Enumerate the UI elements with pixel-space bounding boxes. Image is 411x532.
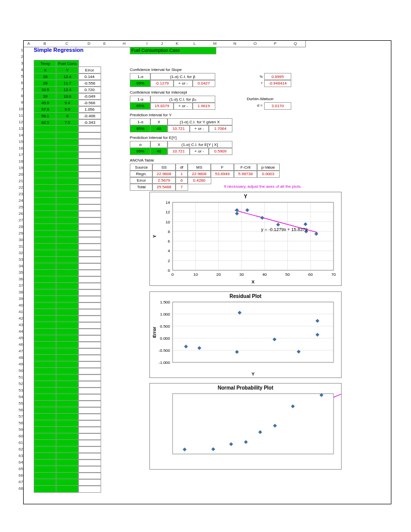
row-hdr-53[interactable]: 53	[13, 387, 24, 394]
empty-cell[interactable]	[78, 485, 101, 493]
svg-text:50: 50	[285, 272, 290, 277]
row-hdr-16[interactable]: 16	[13, 145, 24, 151]
row-hdr-42[interactable]: 42	[13, 315, 24, 322]
svg-text:-1.000: -1.000	[158, 360, 170, 365]
anova-1-3: 0.4280	[187, 177, 211, 184]
row-hdr-63[interactable]: 63	[13, 452, 24, 459]
col-hdr-N[interactable]: N	[225, 41, 245, 47]
svg-line-56	[334, 384, 341, 397]
row-hdr-49[interactable]: 49	[13, 361, 24, 367]
ci-slope-v1[interactable]: 95%	[130, 80, 151, 87]
row-hdr-45[interactable]: 45	[13, 335, 24, 341]
row-hdr-44[interactable]: 44	[13, 328, 24, 335]
row-hdr-3[interactable]: 3	[13, 60, 24, 66]
row-hdr-12[interactable]: 12	[13, 119, 24, 125]
row-hdr-22[interactable]: 22	[13, 184, 24, 191]
row-hdr-27[interactable]: 27	[13, 217, 24, 223]
row-hdr-9[interactable]: 9	[13, 99, 24, 106]
row-hdr-13[interactable]: 13	[13, 125, 24, 132]
row-hdr-31[interactable]: 31	[13, 243, 24, 250]
row-hdr-51[interactable]: 51	[13, 374, 24, 381]
row-hdr-38[interactable]: 38	[13, 289, 24, 295]
row-hdr-56[interactable]: 56	[13, 407, 24, 413]
row-hdr-23[interactable]: 23	[13, 191, 24, 197]
case-title: Fuel Consumption Case	[130, 47, 216, 54]
col-hdr-A[interactable]: A	[24, 41, 34, 47]
row-hdr-7[interactable]: 7	[13, 86, 24, 93]
row-hdr-14[interactable]: 14	[13, 132, 24, 138]
row-hdr-46[interactable]: 46	[13, 341, 24, 348]
row-hdr-28[interactable]: 28	[13, 223, 24, 230]
row-hdr-20[interactable]: 20	[13, 171, 24, 178]
row-hdr-54[interactable]: 54	[13, 394, 24, 400]
pey-v1[interactable]: 95%	[130, 147, 151, 155]
py-v1[interactable]: 95%	[130, 125, 151, 132]
row-hdr-35[interactable]: 35	[13, 269, 24, 276]
pey-v2[interactable]: 40	[150, 147, 168, 155]
row-hdr-68[interactable]: 68	[13, 485, 24, 492]
row-hdr-19[interactable]: 19	[13, 165, 24, 171]
row-hdr-57[interactable]: 57	[13, 413, 24, 420]
row-hdr-26[interactable]: 26	[13, 210, 24, 217]
empty-green[interactable]	[56, 485, 79, 493]
ci-int-v1[interactable]: 95%	[130, 102, 151, 110]
row-hdr-43[interactable]: 43	[13, 322, 24, 328]
row-hdr-1[interactable]: 1	[13, 47, 24, 53]
row-hdr-10[interactable]: 10	[13, 106, 24, 112]
col-hdr-O[interactable]: O	[245, 41, 266, 47]
row-hdr-60[interactable]: 60	[13, 433, 24, 439]
row-hdr-65[interactable]: 65	[13, 466, 24, 472]
row-hdr-55[interactable]: 55	[13, 400, 24, 407]
py-v5: 1.7064	[208, 125, 232, 132]
row-hdr-36[interactable]: 36	[13, 276, 24, 282]
row-hdr-8[interactable]: 8	[13, 93, 24, 99]
empty-green[interactable]	[34, 485, 57, 493]
row-hdr-48[interactable]: 48	[13, 354, 24, 361]
row-hdr-34[interactable]: 34	[13, 263, 24, 269]
row-hdr-58[interactable]: 58	[13, 420, 24, 426]
row-hdr-52[interactable]: 52	[13, 381, 24, 387]
col-hdr-Q[interactable]: Q	[285, 41, 306, 47]
row-hdr-29[interactable]: 29	[13, 230, 24, 237]
row-hdr-21[interactable]: 21	[13, 178, 24, 184]
row-hdr-40[interactable]: 40	[13, 302, 24, 309]
lab-r: r	[253, 80, 263, 86]
row-hdr-17[interactable]: 17	[13, 151, 24, 158]
ci-int-v3: + or -	[173, 102, 193, 110]
row-hdr-32[interactable]: 32	[13, 250, 24, 256]
row-hdr-37[interactable]: 37	[13, 282, 24, 289]
row-hdr-11[interactable]: 11	[13, 112, 24, 119]
row-hdr-15[interactable]: 15	[13, 138, 24, 145]
row-hdr-64[interactable]: 64	[13, 459, 24, 466]
val-r: -0.948414	[264, 80, 291, 87]
row-hdr-6[interactable]: 6	[13, 80, 24, 86]
lab-r2: r₂	[253, 73, 263, 80]
row-hdr-62[interactable]: 62	[13, 446, 24, 452]
svg-text:0: 0	[172, 272, 174, 277]
col-hdr-E[interactable]: E	[100, 41, 110, 47]
row-hdr-59[interactable]: 59	[13, 426, 24, 433]
col-hdr-P[interactable]: P	[265, 41, 286, 47]
row-hdr-50[interactable]: 50	[13, 367, 24, 374]
row-hdr-18[interactable]: 18	[13, 158, 24, 165]
row-hdr-24[interactable]: 24	[13, 197, 24, 204]
py-v2[interactable]: 40	[150, 125, 168, 132]
row-hdr-66[interactable]: 66	[13, 472, 24, 479]
row-hdr-47[interactable]: 47	[13, 348, 24, 354]
row-hdr-33[interactable]: 33	[13, 256, 24, 263]
row-hdr-5[interactable]: 5	[13, 73, 24, 80]
row-hdr-30[interactable]: 30	[13, 237, 24, 243]
row-hdr-25[interactable]: 25	[13, 204, 24, 210]
title: Simple Regression	[34, 47, 99, 53]
svg-text:10: 10	[166, 220, 170, 224]
row-hdr-4[interactable]: 4	[13, 66, 24, 73]
row-hdr-61[interactable]: 61	[13, 439, 24, 446]
row-hdr-41[interactable]: 41	[13, 309, 24, 315]
pey-v3: 10.721	[167, 147, 190, 155]
row-hdr-2[interactable]: 2	[13, 53, 24, 60]
svg-text:0: 0	[168, 268, 171, 273]
svg-text:y = -0.1279x + 15.8379: y = -0.1279x + 15.8379	[261, 227, 308, 232]
row-hdr-39[interactable]: 39	[13, 295, 24, 302]
row-hdr-67[interactable]: 67	[13, 479, 24, 485]
anova-0-4: 53.6949	[210, 170, 234, 178]
